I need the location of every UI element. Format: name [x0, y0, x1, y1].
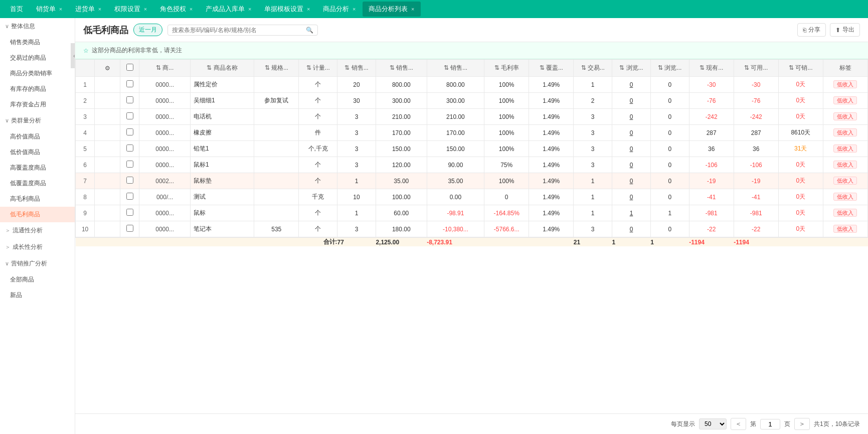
search-icon[interactable]: 🔍: [306, 27, 313, 34]
row-checkbox-1[interactable]: [126, 96, 133, 103]
row-unit: 个: [299, 157, 337, 173]
nav-template-close[interactable]: ×: [307, 6, 310, 12]
sidebar-group-marketing[interactable]: ∨ 营销推广分析: [0, 255, 75, 272]
row-checkbox-2[interactable]: [126, 112, 133, 119]
table-row: 10 0000... 笔记本 535 个 3 180.00 -10,380...…: [76, 221, 868, 238]
nav-template[interactable]: 单据模板设置 ×: [258, 2, 316, 17]
nav-analysis-close[interactable]: ×: [353, 6, 356, 12]
export-btn[interactable]: ⬆ 导出: [830, 23, 860, 37]
row-views1[interactable]: 0: [612, 93, 651, 109]
sidebar-group-flow[interactable]: ＞ 流通性分析: [0, 222, 75, 239]
row-views1[interactable]: 0: [612, 125, 651, 141]
row-views1[interactable]: 0: [612, 157, 651, 173]
col-code-header[interactable]: ⇅ 商...: [139, 60, 191, 77]
nav-products-close[interactable]: ×: [248, 6, 251, 12]
arrow-flow: ＞: [5, 227, 11, 234]
arrow-marketing: ∨: [5, 260, 9, 267]
prev-page-btn[interactable]: ＜: [731, 418, 746, 430]
nav-purchase[interactable]: 进货单 ×: [69, 2, 107, 17]
nav-analysis-list[interactable]: 商品分析列表 ×: [363, 2, 420, 17]
sidebar-item-low-coverage[interactable]: 低覆盖度商品: [0, 176, 75, 191]
nav-roles[interactable]: 角色授权 ×: [154, 2, 199, 17]
row-checkbox-5[interactable]: [126, 161, 133, 168]
row-tag: 低收入: [823, 93, 867, 109]
sidebar-group-growth[interactable]: ＞ 成长性分析: [0, 239, 75, 255]
sidebar-item-low-margin[interactable]: 低毛利商品: [0, 207, 75, 222]
nav-sales-close[interactable]: ×: [59, 6, 62, 12]
table-container[interactable]: ⚙ ⇅ 商... ⇅ 商品名称 ⇅ 规格...: [75, 59, 868, 413]
nav-purchase-close[interactable]: ×: [98, 6, 101, 12]
col-saleable-header[interactable]: ⇅ 可销...: [778, 60, 823, 77]
page-number-input[interactable]: [760, 419, 780, 429]
row-views1[interactable]: 0: [612, 189, 651, 205]
nav-sales[interactable]: 销货单 ×: [30, 2, 68, 17]
sidebar-item-low-value[interactable]: 低价值商品: [0, 144, 75, 160]
row-checkbox-8[interactable]: [126, 209, 133, 216]
row-views1[interactable]: 0: [612, 173, 651, 189]
col-available-header[interactable]: ⇅ 可用...: [734, 60, 778, 77]
export-label: 导出: [842, 26, 854, 34]
row-checkbox: [120, 221, 139, 238]
col-unit-header[interactable]: ⇅ 计量...: [299, 60, 337, 77]
select-all-checkbox[interactable]: [126, 64, 133, 71]
page-size-select[interactable]: 20 50 100: [699, 418, 727, 429]
total-views2: 1: [650, 237, 689, 246]
sidebar-item-high-coverage[interactable]: 高覆盖度商品: [0, 160, 75, 176]
row-stock: -106: [689, 157, 734, 173]
share-btn[interactable]: ⎗ 分享: [797, 23, 826, 37]
sidebar-item-high-value[interactable]: 高价值商品: [0, 129, 75, 144]
nav-permissions-close[interactable]: ×: [144, 6, 147, 12]
nav-products[interactable]: 产成品入库单 ×: [200, 2, 257, 17]
row-checkbox-6[interactable]: [126, 177, 133, 184]
col-sales-price-header[interactable]: ⇅ 销售...: [376, 60, 427, 77]
row-tag: 低收入: [823, 173, 867, 189]
sidebar-group-cluster[interactable]: ∨ 类群量分析: [0, 112, 75, 129]
row-views1[interactable]: 0: [612, 141, 651, 157]
row-checkbox-7[interactable]: [126, 193, 133, 200]
nav-permissions[interactable]: 权限设置 ×: [108, 2, 153, 17]
nav-home[interactable]: 首页: [4, 2, 29, 17]
sidebar-item-new-goods[interactable]: 新品: [0, 287, 75, 303]
col-views2-header[interactable]: ⇅ 浏览...: [650, 60, 689, 77]
col-coverage-header[interactable]: ⇅ 覆盖...: [529, 60, 574, 77]
nav-analysis-list-close[interactable]: ×: [411, 6, 414, 12]
nav-analysis[interactable]: 商品分析 ×: [317, 2, 362, 17]
sidebar-item-high-margin[interactable]: 高毛利商品: [0, 191, 75, 207]
col-gross-rate-header[interactable]: ⇅ 毛利率: [484, 60, 529, 77]
settings-icon[interactable]: ⚙: [105, 65, 110, 72]
row-sales-price: 35.00: [376, 173, 427, 189]
col-sales-count-header[interactable]: ⇅ 销售...: [337, 60, 376, 77]
search-input[interactable]: [172, 27, 306, 34]
sidebar-item-sales-goods[interactable]: 销售类商品: [0, 35, 75, 50]
col-sales-profit-header[interactable]: ⇅ 销售...: [427, 60, 484, 77]
sidebar-collapse-btn[interactable]: «: [71, 43, 75, 68]
row-views1[interactable]: 1: [612, 205, 651, 221]
col-transactions-header[interactable]: ⇅ 交易...: [574, 60, 612, 77]
sidebar-group-overall[interactable]: ∨ 整体信息: [0, 18, 75, 35]
next-page-btn[interactable]: ＞: [794, 418, 810, 430]
row-views1[interactable]: 0: [612, 77, 651, 93]
col-settings[interactable]: ⚙: [95, 60, 120, 77]
row-checkbox-4[interactable]: [126, 144, 133, 152]
col-views1-header[interactable]: ⇅ 浏览...: [612, 60, 651, 77]
row-checkbox-0[interactable]: [126, 80, 133, 87]
row-views2: 0: [650, 125, 689, 141]
sidebar-item-capital[interactable]: 库存资金占用: [0, 97, 75, 112]
col-name-header[interactable]: ⇅ 商品名称: [191, 60, 254, 77]
col-coverage-sort-icon: ⇅: [540, 64, 545, 71]
row-sales-price: 170.00: [376, 125, 427, 141]
row-views1[interactable]: 0: [612, 109, 651, 125]
sidebar-item-in-stock[interactable]: 有库存的商品: [0, 81, 75, 97]
row-checkbox-9[interactable]: [126, 225, 133, 232]
row-views1[interactable]: 0: [612, 221, 651, 238]
sidebar-group-flow-label: 流通性分析: [13, 226, 43, 235]
sidebar-item-all-goods[interactable]: 全部商品: [0, 272, 75, 287]
row-checkbox-3[interactable]: [126, 128, 133, 135]
sidebar-item-category-rate[interactable]: 商品分类助销率: [0, 66, 75, 81]
col-spec-header[interactable]: ⇅ 规格...: [254, 60, 299, 77]
col-stock-header[interactable]: ⇅ 现有...: [689, 60, 734, 77]
sidebar-group-marketing-label: 营销推广分析: [11, 259, 47, 268]
filter-recent-month-btn[interactable]: 近一月: [133, 24, 162, 36]
sidebar-item-traded[interactable]: 交易过的商品: [0, 50, 75, 66]
nav-roles-close[interactable]: ×: [190, 6, 193, 12]
